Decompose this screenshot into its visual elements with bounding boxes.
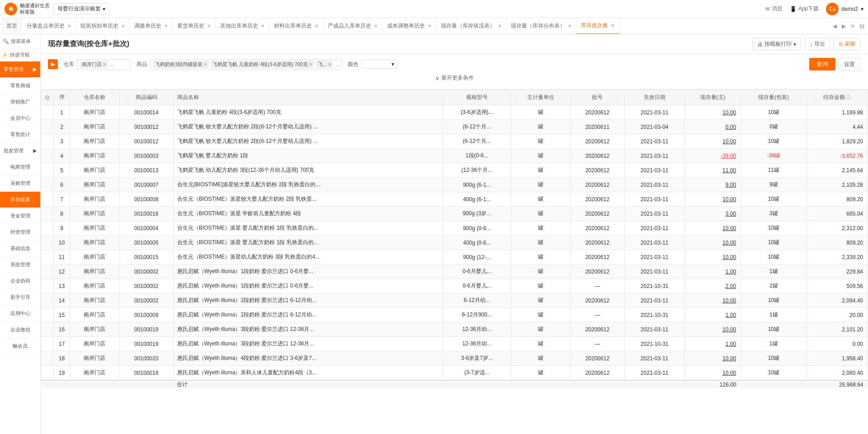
close-icon[interactable]: ✕ [428, 24, 431, 28]
settings-icon[interactable]: ⚙ [44, 94, 50, 101]
sidebar-item-collab[interactable]: 企业协同 [0, 273, 40, 289]
close-icon[interactable]: ✕ [498, 24, 501, 28]
remove-tag-icon[interactable]: ✕ [328, 62, 331, 67]
tab-close-arrow[interactable]: ✕ [848, 18, 857, 34]
remove-tag-icon[interactable]: ✕ [309, 62, 312, 67]
sidebar-search[interactable]: 🔍 搜索菜单 [0, 34, 40, 49]
refresh-button[interactable]: ↻ 刷新 [834, 38, 861, 50]
cell-expire: 2021-03-11 [624, 134, 685, 149]
tab-4[interactable]: 要货单历史 ✕ [173, 18, 216, 34]
sidebar-item-retail[interactable]: 零售管理 ▶ [0, 61, 40, 78]
content-area: 现存量查询(按仓库+批次) 🖨 按模板打印 ▾ ↓ 导出 ↻ 刷新 [41, 34, 868, 434]
sidebar-item-finance[interactable]: 资金管理 [0, 208, 40, 224]
sidebar-item-guide[interactable]: 新手引导 [0, 289, 40, 306]
cell-qty-pkg: 1罐 [741, 337, 807, 351]
close-icon[interactable]: ✕ [164, 24, 168, 28]
sidebar-item-ecommerce[interactable]: 电商管理 [0, 159, 40, 175]
cell-checkbox [41, 264, 54, 279]
cell-seq: 9 [54, 221, 70, 236]
print-button[interactable]: 🖨 按模板打印 ▾ [752, 38, 801, 50]
close-icon[interactable]: ✕ [261, 24, 264, 28]
user-info[interactable]: Ea demo2 ▾ [826, 3, 863, 15]
refresh-icon: ↻ [839, 41, 843, 47]
tab-6[interactable]: 材料出库单历史 ✕ [269, 18, 323, 34]
tab-10[interactable]: 现存量（库存分布表） ✕ [506, 18, 576, 34]
cell-qty-main[interactable]: 10.00 [685, 293, 741, 308]
close-icon[interactable]: ✕ [207, 24, 211, 28]
tab-prev-arrow[interactable]: ◀ [830, 18, 839, 34]
sidebar-item-system[interactable]: 系统管理 [0, 257, 40, 273]
close-icon[interactable]: ✕ [315, 24, 318, 28]
sidebar-quicknav[interactable]: ⚡ 快捷导航 [0, 49, 40, 61]
cell-qty-main[interactable]: 10.00 [685, 250, 741, 264]
cell-qty-main[interactable]: 3.00 [685, 207, 741, 221]
cell-checkbox [41, 134, 54, 149]
sidebar-item-basic[interactable]: 基础信息 [0, 241, 40, 257]
sidebar-item-purchase[interactable]: 采购管理 [0, 175, 40, 192]
tab-next-arrow[interactable]: ▶ [839, 18, 848, 34]
cell-qty-main[interactable]: 1.00 [685, 337, 741, 351]
cell-checkbox [41, 337, 54, 351]
settings-button[interactable]: 设置 [838, 58, 861, 71]
cell-qty-main[interactable]: -39.00 [685, 149, 741, 163]
color-filter-input[interactable]: ▾ [361, 60, 397, 69]
cell-qty-main[interactable]: 2.00 [685, 279, 741, 293]
sidebar-item-appstore[interactable]: 应用中心 [0, 306, 40, 322]
sidebar-item-label: 会员中心 [10, 115, 30, 122]
cell-spec: 6-12月900... [443, 308, 511, 322]
cell-qty-main[interactable]: 10.00 [685, 221, 741, 236]
remove-tag-icon[interactable]: ✕ [203, 62, 207, 67]
tab-7[interactable]: 产成品入库单历史 ✕ [323, 18, 382, 34]
close-icon[interactable]: ✕ [374, 24, 377, 28]
tab-9[interactable]: 现存量（库存状况表） ✕ [436, 18, 506, 34]
tab-2[interactable]: 组装拆卸单历史 ✕ [76, 18, 130, 34]
filter-expand-btn[interactable]: ▶ [48, 59, 58, 69]
close-icon[interactable]: ✕ [568, 24, 571, 28]
cell-qty-main[interactable]: 10.00 [685, 351, 741, 366]
cell-qty-main[interactable]: 9.00 [685, 178, 741, 192]
cell-qty-main[interactable]: 10.00 [685, 322, 741, 337]
cell-qty-main[interactable]: 10.00 [685, 192, 741, 207]
expand-conditions-button[interactable]: ∨ 展开更多条件 [432, 72, 477, 84]
query-button[interactable]: 查询 [809, 58, 835, 71]
tab-1[interactable]: 分量盘点单历史 ✕ [22, 18, 76, 34]
close-icon[interactable]: ✕ [121, 24, 125, 28]
cell-qty-main[interactable]: 10.00 [685, 236, 741, 250]
cell-qty-main[interactable]: 1.00 [685, 264, 741, 279]
sidebar-item-member[interactable]: 会员中心 [0, 110, 40, 127]
export-icon: ↓ [810, 41, 812, 47]
cell-qty-main[interactable]: 10.00 [685, 105, 741, 120]
tab-inventory[interactable]: 库存批次账 ✕ [576, 18, 619, 34]
sidebar-item-mall[interactable]: 零售商城 [0, 78, 40, 94]
cell-balance: -3,652.76 [807, 149, 868, 163]
message-button[interactable]: ✉ 消息 [765, 5, 783, 13]
tab-3[interactable]: 调拨单历史 ✕ [130, 18, 173, 34]
sidebar-item-vip[interactable]: 畅会员 [0, 338, 40, 354]
sidebar-item-wholesale[interactable]: 批发管理 ▶ [0, 143, 40, 159]
tab-home[interactable]: 首页 [2, 18, 22, 34]
sidebar-item-inventory[interactable]: 库存核算 [0, 192, 40, 208]
industry-selector[interactable]: 母婴行业演示账套 ▾ [53, 3, 109, 14]
cell-qty-main[interactable]: 1.00 [685, 308, 741, 322]
cell-qty-main[interactable]: 0.00 [685, 120, 741, 134]
export-button[interactable]: ↓ 导出 [805, 38, 830, 50]
tab-5[interactable]: 其他出库单历史 ✕ [216, 18, 269, 34]
remove-tag-icon[interactable]: ✕ [103, 62, 106, 67]
warehouse-filter-input[interactable]: 南岸门店 ✕ ... [77, 59, 131, 70]
cell-qty-main[interactable]: 10.00 [685, 134, 741, 149]
cell-qty-main[interactable]: 11.00 [685, 163, 741, 178]
sidebar-item-retail-stats[interactable]: 零售统计 [0, 127, 40, 143]
sidebar-item-marketing[interactable]: 营销推广 [0, 94, 40, 110]
cell-qty-main[interactable]: 10.00 [685, 366, 741, 381]
close-icon[interactable]: ✕ [67, 24, 71, 28]
info-icon[interactable]: ⓘ [846, 94, 851, 100]
tab-menu-arrow[interactable]: ▤ [857, 18, 866, 34]
cell-spec: 6-12月幼... [443, 293, 511, 308]
sidebar-item-wechat[interactable]: 企业微信 [0, 322, 40, 338]
tab-8[interactable]: 成本调整单历史 ✕ [382, 18, 436, 34]
close-icon[interactable]: ✕ [611, 23, 614, 28]
table-row: 10 南岸门店 00100005 合生元（BIOSTIME）派星 婴儿配方奶粉 … [41, 236, 868, 250]
app-download-button[interactable]: 📱 App下载 [790, 5, 819, 13]
sidebar-item-operation[interactable]: 经营管理 [0, 224, 40, 241]
product-filter-input[interactable]: 飞鹤奶粉3段丙罐提装 ✕ 飞鹤星飞帆 儿童奶粉 4段(3-6岁适用) 700克 … [150, 59, 342, 70]
